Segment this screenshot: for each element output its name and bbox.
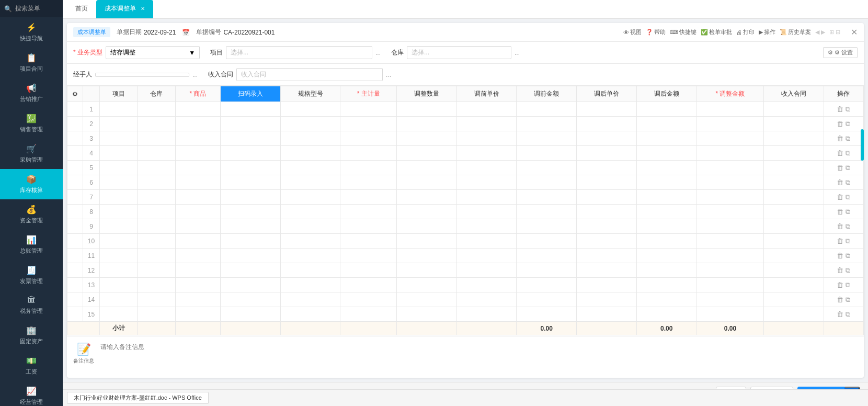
row-spec[interactable] (280, 292, 340, 307)
row-qty[interactable] (397, 249, 457, 263)
row-adjust-amount[interactable] (696, 161, 764, 175)
row-scan[interactable] (221, 190, 281, 205)
row-scan[interactable] (221, 131, 281, 146)
row-unit[interactable] (340, 219, 397, 234)
row-unit[interactable] (340, 117, 397, 131)
row-delete-icon[interactable]: 🗑 (837, 281, 843, 289)
row-after-price[interactable] (577, 131, 637, 146)
row-income[interactable] (764, 249, 824, 263)
row-qty[interactable] (397, 205, 457, 219)
row-adjust-amount[interactable] (696, 205, 764, 219)
row-after-amount[interactable] (636, 249, 696, 263)
row-prev-amount[interactable] (517, 278, 577, 292)
row-income[interactable] (764, 131, 824, 146)
row-unit[interactable] (340, 102, 397, 117)
row-after-amount[interactable] (636, 205, 696, 219)
row-scan[interactable] (221, 161, 281, 175)
row-prev-amount[interactable] (517, 161, 577, 175)
sidebar-item-inventory[interactable]: 📦 库存核算 (0, 169, 63, 199)
row-adjust-amount[interactable] (696, 102, 764, 117)
row-prev-price[interactable] (456, 102, 517, 117)
row-prev-price[interactable] (456, 175, 517, 190)
row-delete-icon[interactable]: 🗑 (837, 310, 843, 318)
row-unit[interactable] (340, 190, 397, 205)
row-adjust-amount[interactable] (696, 263, 764, 278)
row-scan[interactable] (221, 263, 281, 278)
sidebar-item-assets[interactable]: 🏢 固定资产 (0, 320, 63, 351)
row-copy-icon[interactable]: ⧉ (846, 149, 850, 157)
row-adjust-amount[interactable] (696, 146, 764, 161)
row-after-price[interactable] (577, 307, 637, 322)
row-project[interactable] (100, 205, 138, 219)
row-product[interactable] (175, 278, 220, 292)
row-prev-price[interactable] (456, 146, 517, 161)
row-scan[interactable] (221, 292, 281, 307)
row-project[interactable] (100, 117, 138, 131)
row-adjust-amount[interactable] (696, 292, 764, 307)
row-copy-icon[interactable]: ⧉ (846, 296, 850, 304)
sidebar-item-payroll[interactable]: 💵 工资 (0, 351, 63, 381)
row-prev-amount[interactable] (517, 117, 577, 131)
row-delete-icon[interactable]: 🗑 (837, 252, 843, 260)
tab-close-icon[interactable]: ✕ (141, 6, 145, 12)
row-prev-amount[interactable] (517, 219, 577, 234)
row-after-price[interactable] (577, 161, 637, 175)
row-income[interactable] (764, 278, 824, 292)
sidebar-item-project-contract[interactable]: 📋 项目合同 (0, 48, 63, 78)
row-after-amount[interactable] (636, 175, 696, 190)
row-copy-icon[interactable]: ⧉ (846, 222, 850, 231)
sidebar-item-marketing[interactable]: 📢 营销推广 (0, 78, 63, 108)
row-qty[interactable] (397, 175, 457, 190)
row-adjust-amount[interactable] (696, 278, 764, 292)
row-after-price[interactable] (577, 249, 637, 263)
row-unit[interactable] (340, 161, 397, 175)
row-spec[interactable] (280, 278, 340, 292)
handler-dots[interactable]: ... (192, 71, 198, 78)
row-prev-amount[interactable] (517, 292, 577, 307)
warehouse-select[interactable]: 选择... (407, 46, 511, 59)
col-header-gear[interactable]: ⚙ (67, 86, 83, 102)
row-copy-icon[interactable]: ⧉ (846, 281, 850, 289)
row-spec[interactable] (280, 219, 340, 234)
row-prev-price[interactable] (456, 263, 517, 278)
settings-button[interactable]: ⚙ ⚙ 设置 (823, 47, 858, 58)
row-prev-amount[interactable] (517, 175, 577, 190)
row-warehouse[interactable] (138, 307, 175, 322)
row-scan[interactable] (221, 307, 281, 322)
row-warehouse[interactable] (138, 278, 175, 292)
row-income[interactable] (764, 292, 824, 307)
row-project[interactable] (100, 146, 138, 161)
row-product[interactable] (175, 307, 220, 322)
row-after-price[interactable] (577, 278, 637, 292)
row-warehouse[interactable] (138, 263, 175, 278)
row-unit[interactable] (340, 131, 397, 146)
row-scan[interactable] (221, 234, 281, 249)
row-spec[interactable] (280, 161, 340, 175)
calendar-icon[interactable]: 📅 (182, 29, 190, 36)
row-prev-price[interactable] (456, 161, 517, 175)
row-unit[interactable] (340, 278, 397, 292)
sidebar-item-invoice[interactable]: 🧾 发票管理 (0, 260, 63, 290)
row-delete-icon[interactable]: 🗑 (837, 134, 843, 142)
row-after-price[interactable] (577, 102, 637, 117)
print-action[interactable]: 🖨 打印 (736, 28, 755, 36)
row-product[interactable] (175, 205, 220, 219)
row-scan[interactable] (221, 117, 281, 131)
row-after-amount[interactable] (636, 292, 696, 307)
row-after-amount[interactable] (636, 190, 696, 205)
row-qty[interactable] (397, 117, 457, 131)
row-copy-icon[interactable]: ⧉ (846, 105, 850, 114)
row-adjust-amount[interactable] (696, 175, 764, 190)
row-warehouse[interactable] (138, 190, 175, 205)
row-copy-icon[interactable]: ⧉ (846, 237, 850, 245)
row-prev-amount[interactable] (517, 249, 577, 263)
row-spec[interactable] (280, 146, 340, 161)
audit-action[interactable]: ✅ 检单审批 (701, 28, 732, 36)
row-unit[interactable] (340, 146, 397, 161)
row-product[interactable] (175, 292, 220, 307)
row-project[interactable] (100, 263, 138, 278)
row-project[interactable] (100, 102, 138, 117)
row-copy-icon[interactable]: ⧉ (846, 120, 850, 128)
project-select[interactable]: 选择... (226, 46, 372, 59)
row-spec[interactable] (280, 131, 340, 146)
